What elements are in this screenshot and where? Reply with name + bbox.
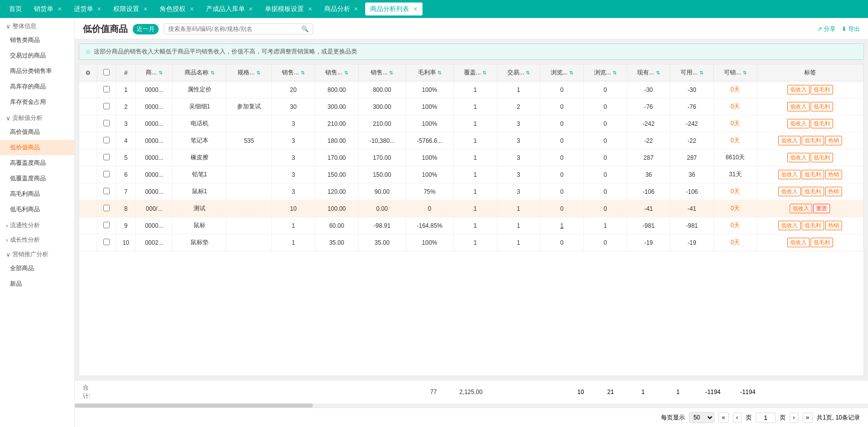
close-product-analysis-icon[interactable]: ✕: [354, 6, 358, 12]
share-button[interactable]: ↗ 分享: [817, 25, 836, 33]
row-select-checkbox[interactable]: [103, 171, 110, 177]
row-checkbox[interactable]: [97, 183, 116, 200]
row-browse1: 0: [540, 166, 584, 183]
table-row: 4 0000... 笔记本 535 3 180.00 -10,380... -5…: [79, 132, 864, 149]
row-code: 0000...: [136, 132, 173, 149]
total-coverage: 10: [566, 389, 596, 396]
prev-page-button[interactable]: ‹: [733, 413, 742, 423]
sidebar-section-contribution[interactable]: ∨ 贡献值分析: [0, 110, 74, 124]
sales-qty-column-header[interactable]: 销售... ⇅: [272, 64, 315, 81]
sidebar-section-title-marketing: 营销推广分析: [12, 250, 48, 259]
row-select-checkbox[interactable]: [103, 239, 110, 245]
close-permissions-icon[interactable]: ✕: [143, 6, 148, 12]
sidebar-section-marketing[interactable]: ∨ 营销推广分析: [0, 246, 74, 261]
browse1-column-header[interactable]: 浏览... ⇅: [540, 64, 584, 81]
close-sales-order-icon[interactable]: ✕: [57, 6, 62, 12]
row-checkbox[interactable]: [97, 115, 116, 132]
coverage-column-header[interactable]: 覆盖... ⇅: [453, 64, 497, 81]
first-page-button[interactable]: «: [718, 413, 729, 423]
row-checkbox[interactable]: [97, 149, 116, 166]
sidebar-item-all-products[interactable]: 全部商品: [0, 261, 74, 276]
row-checkbox[interactable]: [97, 98, 116, 115]
sidebar-section-growth[interactable]: › 成长性分析: [0, 232, 74, 246]
sales-amount-column-header[interactable]: 销售... ⇅: [315, 64, 358, 81]
name-column-header[interactable]: 商品名称 ⇅: [173, 64, 226, 81]
sales-x-column-header[interactable]: 销售... ⇅: [358, 64, 406, 81]
row-select-checkbox[interactable]: [103, 120, 110, 126]
stock1-column-header[interactable]: 现有... ⇅: [627, 64, 670, 81]
export-button[interactable]: ⬇ 导出: [842, 25, 860, 33]
time-filter-tag[interactable]: 近一月: [133, 24, 159, 34]
nav-purchase-order[interactable]: 进货单 ✕: [69, 2, 107, 15]
select-all-checkbox[interactable]: [103, 69, 110, 75]
sidebar-item-high-profit[interactable]: 高毛利商品: [0, 186, 74, 202]
next-page-button[interactable]: ›: [790, 413, 799, 423]
sidebar-item-low-coverage[interactable]: 低覆盖度商品: [0, 171, 74, 186]
nav-permissions[interactable]: 权限设置 ✕: [108, 2, 153, 15]
row-checkbox[interactable]: [97, 234, 116, 251]
sidebar-item-category-sales-rate[interactable]: 商品分类销售率: [0, 63, 74, 79]
scrollbar-thumb[interactable]: [75, 404, 313, 408]
sellable-column-header[interactable]: 可销... ⇅: [713, 64, 757, 81]
sidebar-item-sales-products[interactable]: 销售类商品: [0, 32, 74, 48]
search-icon[interactable]: 🔍: [301, 25, 309, 32]
sidebar-item-low-value[interactable]: 低价值商品: [0, 140, 74, 155]
nav-home[interactable]: 首页: [4, 2, 27, 15]
close-product-analysis-list-icon[interactable]: ✕: [413, 6, 418, 12]
close-product-inbound-icon[interactable]: ✕: [248, 6, 253, 12]
row-select-checkbox[interactable]: [103, 205, 110, 211]
per-page-select[interactable]: 50 100 200: [689, 412, 714, 423]
horizontal-scrollbar[interactable]: [75, 404, 868, 408]
row-select-checkbox[interactable]: [103, 154, 110, 160]
row-select-checkbox[interactable]: [103, 103, 110, 109]
row-checkbox[interactable]: [97, 200, 116, 217]
available-column-header[interactable]: 可用... ⇅: [670, 64, 714, 81]
row-checkbox[interactable]: [97, 217, 116, 234]
trade-column-header[interactable]: 交易... ⇅: [497, 64, 540, 81]
row-index: 8: [116, 200, 136, 217]
nav-role-auth[interactable]: 角色授权 ✕: [155, 2, 199, 15]
nav-sales-order[interactable]: 销货单 ✕: [29, 2, 67, 15]
settings-icon[interactable]: ⚙: [85, 69, 91, 76]
close-template-settings-icon[interactable]: ✕: [308, 6, 312, 12]
row-checkbox[interactable]: [97, 81, 116, 98]
sidebar-section-circulation[interactable]: › 流通性分析: [0, 217, 74, 232]
browse-link[interactable]: 1: [560, 222, 564, 229]
row-browse1: 0: [540, 234, 584, 251]
nav-template-settings[interactable]: 单据模板设置 ✕: [260, 2, 317, 15]
sidebar-item-high-value[interactable]: 高价值商品: [0, 124, 74, 140]
row-name: 鼠标: [173, 217, 226, 234]
row-checkbox[interactable]: [97, 132, 116, 149]
settings-column-header[interactable]: ⚙: [79, 64, 97, 81]
sidebar-section-overview[interactable]: ∨ 整体信息: [0, 18, 74, 32]
row-select-checkbox[interactable]: [103, 222, 110, 228]
nav-product-analysis-list[interactable]: 商品分析列表 ✕: [365, 2, 423, 15]
sidebar-item-traded-products[interactable]: 交易过的商品: [0, 48, 74, 63]
sidebar-item-stock-funds[interactable]: 库存资金占用: [0, 94, 74, 110]
sidebar-section-title-growth: 成长性分析: [10, 236, 40, 244]
checkbox-column-header[interactable]: [97, 64, 116, 81]
row-stock1: -22: [627, 132, 670, 149]
close-purchase-order-icon[interactable]: ✕: [97, 6, 101, 12]
row-select-checkbox[interactable]: [103, 137, 110, 143]
nav-product-inbound[interactable]: 产成品入库单 ✕: [201, 2, 258, 15]
search-input[interactable]: [168, 25, 299, 32]
nav-product-analysis[interactable]: 商品分析 ✕: [319, 2, 364, 15]
gross-rate-column-header[interactable]: 毛利率 ⇅: [406, 64, 453, 81]
row-select-checkbox[interactable]: [103, 86, 110, 92]
spec-column-header[interactable]: 规格... ⇅: [226, 64, 272, 81]
row-code: 0000...: [136, 81, 173, 98]
browse2-column-header[interactable]: 浏览... ⇅: [584, 64, 627, 81]
sidebar-item-new-products[interactable]: 新品: [0, 276, 74, 292]
table-row: 9 0000... 鼠标 1 60.00 -98.91 -164.85% 1 1…: [79, 217, 864, 234]
page-number-input[interactable]: [756, 413, 776, 423]
row-checkbox[interactable]: [97, 166, 116, 183]
close-role-auth-icon[interactable]: ✕: [190, 6, 194, 12]
sidebar-item-high-stock[interactable]: 高库存的商品: [0, 79, 74, 94]
sidebar-item-low-profit[interactable]: 低毛利商品: [0, 202, 74, 217]
sidebar-item-high-coverage[interactable]: 高覆盖度商品: [0, 155, 74, 171]
last-page-button[interactable]: »: [803, 413, 813, 423]
row-browse1[interactable]: 1: [540, 217, 584, 234]
code-column-header[interactable]: 商... ⇅: [136, 64, 173, 81]
row-select-checkbox[interactable]: [103, 188, 110, 194]
